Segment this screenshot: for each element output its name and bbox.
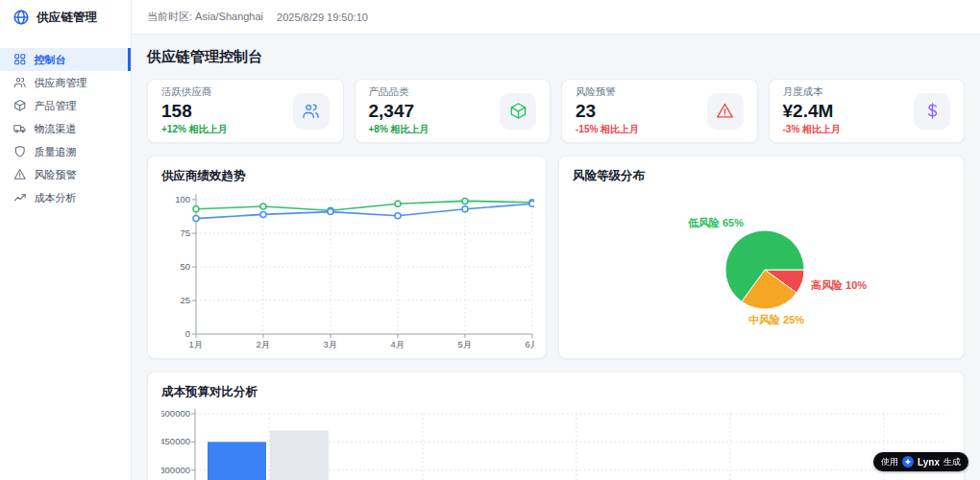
alert-triangle-icon [13,168,27,181]
lynx-logo-icon [902,456,914,468]
stat-card-2: 产品品类2,347+8% 相比上月 [355,79,551,143]
sidebar-item-label: 成本分析 [35,191,77,205]
stat-label: 产品品类 [369,85,429,99]
svg-text:100: 100 [175,194,190,204]
topbar: 当前时区: Asia/Shanghai 2025/8/29 19:50:10 [132,0,980,35]
pie-slice-label: 中风险 25% [748,313,804,327]
users-icon [13,76,27,89]
line-chart-card: 供应商绩效趋势 02550751001月2月3月4月5月6月 [147,156,547,359]
main-content: 供应链管理控制台 活跃供应商158+12% 相比上月产品品类2,347+8% 相… [132,35,980,480]
svg-text:450000: 450000 [161,436,190,446]
svg-text:75: 75 [180,228,190,238]
dashboard-grid-icon [13,53,27,66]
sidebar-item-4[interactable]: 物流渠道 [0,117,131,140]
svg-text:300000: 300000 [161,465,190,475]
badge-prefix: 使用 [881,456,898,468]
svg-text:3月: 3月 [324,339,338,349]
package-icon [13,99,27,112]
stat-texts: 活跃供应商158+12% 相比上月 [161,85,228,136]
charts-row: 供应商绩效趋势 02550751001月2月3月4月5月6月 风险等级分布 高风… [147,156,965,359]
stat-delta: +12% 相比上月 [161,123,228,136]
svg-text:25: 25 [180,295,190,305]
stat-texts: 月度成本¥2.4M-3% 相比上月 [783,85,842,136]
pie-slice-label: 低风险 65% [674,216,744,230]
sidebar-item-label: 质量追溯 [35,145,77,159]
sidebar-item-7[interactable]: 成本分析 [0,186,131,209]
line-chart-title: 供应商绩效趋势 [161,168,532,184]
stat-icon-bg [707,93,744,130]
bar-chart-title: 成本预算对比分析 [161,384,950,400]
sidebar: 供应链管理 控制台供应商管理产品管理物流渠道质量追溯风险预警成本分析 [0,0,132,480]
stat-card-3: 风险预警23-15% 相比上月 [561,79,758,143]
shield-icon [13,145,27,158]
lynx-badge[interactable]: 使用 Lynx 生成 [873,452,968,471]
users-icon [302,102,320,120]
stat-value: 23 [576,101,639,122]
sidebar-item-1[interactable]: 控制台 [0,48,131,71]
stat-icon-bg [914,93,950,130]
stat-texts: 产品品类2,347+8% 相比上月 [369,85,429,136]
dollar-icon [923,102,942,120]
svg-text:6月: 6月 [526,339,534,349]
page-title: 供应链管理控制台 [147,48,965,66]
app-title: 供应链管理 [37,10,98,26]
timezone-label: 当前时区: Asia/Shanghai [147,10,263,24]
app-window: 供应链管理 控制台供应商管理产品管理物流渠道质量追溯风险预警成本分析 当前时区:… [0,0,980,480]
pie-chart-card: 风险等级分布 高风险 10%中风险 25%低风险 65% [558,156,965,359]
cost-budget-bar-chart: 6000004500003000001500000 [161,404,950,480]
stat-delta: +8% 相比上月 [369,123,429,136]
svg-text:4月: 4月 [391,339,405,349]
sidebar-item-6[interactable]: 风险预警 [0,163,131,186]
stat-label: 活跃供应商 [161,85,228,99]
svg-text:600000: 600000 [161,408,190,419]
sidebar-item-3[interactable]: 产品管理 [0,94,131,117]
badge-suffix: 生成 [943,456,961,468]
sidebar-item-label: 风险预警 [35,168,77,182]
supplier-performance-line-chart: 02550751001月2月3月4月5月6月 [161,188,532,355]
sidebar-nav: 控制台供应商管理产品管理物流渠道质量追溯风险预警成本分析 [0,48,131,209]
stat-value: 2,347 [369,101,429,122]
pie-slice-label: 高风险 10% [811,278,867,293]
stat-label: 风险预警 [576,85,639,99]
stat-icon-bg [293,93,330,130]
badge-brand: Lynx [918,457,940,468]
svg-text:50: 50 [180,261,190,272]
sidebar-item-2[interactable]: 供应商管理 [0,71,131,94]
stat-cards-row: 活跃供应商158+12% 相比上月产品品类2,347+8% 相比上月风险预警23… [147,79,965,143]
stat-card-4: 月度成本¥2.4M-3% 相比上月 [769,79,966,143]
stat-delta: -3% 相比上月 [783,123,842,136]
truck-icon [13,122,27,135]
stat-icon-bg [500,93,536,130]
sidebar-item-label: 物流渠道 [35,122,77,136]
svg-text:2月: 2月 [257,339,271,349]
stat-card-1: 活跃供应商158+12% 相比上月 [147,79,344,143]
stat-texts: 风险预警23-15% 相比上月 [576,85,639,136]
sidebar-item-label: 控制台 [35,53,66,67]
alert-triangle-icon [716,102,734,120]
globe-logo-icon [12,9,30,26]
current-datetime: 2025/8/29 19:50:10 [277,12,368,23]
svg-text:5月: 5月 [458,339,473,349]
pie-chart-title: 风险等级分布 [573,168,950,184]
sidebar-item-5[interactable]: 质量追溯 [0,140,131,163]
trending-up-icon [13,191,27,204]
svg-text:0: 0 [185,328,190,339]
package-icon [509,102,527,120]
stat-delta: -15% 相比上月 [576,123,639,136]
stat-value: ¥2.4M [783,101,842,122]
sidebar-item-label: 供应商管理 [35,76,87,90]
stat-label: 月度成本 [783,85,842,99]
svg-text:1月: 1月 [189,339,204,349]
stat-value: 158 [161,101,228,122]
bar-chart-card: 成本预算对比分析 6000004500003000001500000 [147,372,965,480]
app-logo-row: 供应链管理 [0,0,131,35]
sidebar-item-label: 产品管理 [35,99,77,113]
